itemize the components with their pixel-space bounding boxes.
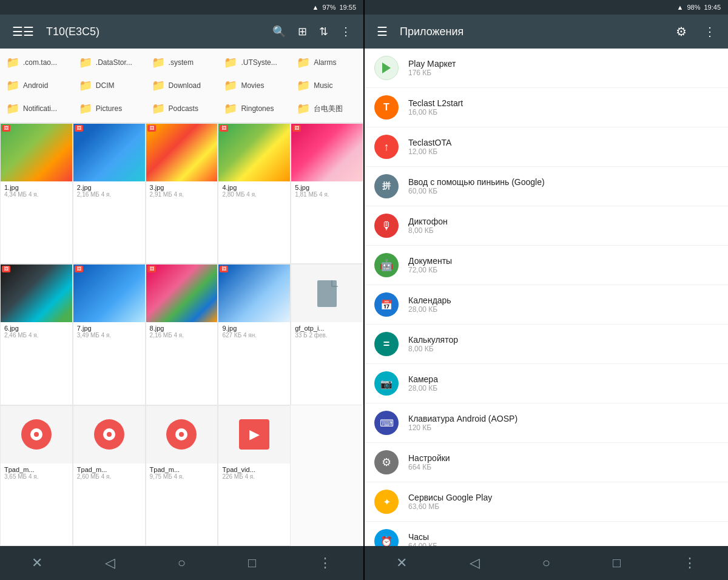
- file-info: 4.jpg 2,80 МБ 4 я.: [218, 181, 290, 263]
- app-item-play-market[interactable]: Play Маркет 176 КБ: [365, 49, 728, 88]
- file-name: Tpad_m...: [77, 466, 141, 473]
- app-item-settings[interactable]: ⚙ Настройки 664 КБ: [365, 443, 728, 482]
- folder-item[interactable]: 📁 .UTSyste...: [218, 51, 291, 74]
- file-item-5[interactable]: 🖼 5.jpg 1,81 МБ 4 я.: [291, 123, 363, 264]
- folder-item[interactable]: 📁 .DataStor...: [73, 51, 146, 74]
- file-meta: 2,16 МБ 4 я.: [150, 332, 214, 339]
- right-menu-icon[interactable]: ☰: [372, 19, 393, 44]
- left-nav-recents[interactable]: □: [238, 550, 266, 576]
- app-item-google-play-services[interactable]: ✦ Сервисы Google Play 63,60 МБ: [365, 482, 728, 522]
- file-item-1[interactable]: 🖼 1.jpg 4,34 МБ 4 я.: [0, 123, 73, 264]
- folder-item[interactable]: 📁 Podcasts: [146, 97, 218, 120]
- folder-icon: 📁: [6, 102, 19, 115]
- folder-icon: 📁: [6, 56, 19, 69]
- app-name: Диктофон: [408, 217, 718, 226]
- folder-icon: 📁: [79, 56, 92, 69]
- file-thumbnail: 🖼: [218, 124, 290, 181]
- left-nav-menu[interactable]: ✕: [22, 550, 52, 576]
- app-name: Ввод с помощью пиньинь (Google): [408, 177, 718, 187]
- app-info: Документы 72,00 КБ: [408, 256, 718, 274]
- app-name: Play Маркет: [408, 59, 718, 69]
- app-item-keyboard[interactable]: ⌨ Клавиатура Android (AOSP) 120 КБ: [365, 403, 728, 443]
- folder-icon: 📁: [297, 56, 310, 69]
- app-name: Teclast L2start: [408, 98, 718, 108]
- right-nav-back[interactable]: ◁: [460, 550, 490, 576]
- file-name: 5.jpg: [295, 184, 359, 191]
- file-item-4[interactable]: 🖼 4.jpg 2,80 МБ 4 я.: [218, 123, 291, 264]
- right-nav-more[interactable]: ⋮: [673, 550, 706, 576]
- menu-icon[interactable]: ☰: [7, 19, 39, 44]
- file-item-2[interactable]: 🖼 2.jpg 2,16 МБ 4 я.: [73, 123, 146, 264]
- folder-name: .system: [169, 58, 194, 67]
- app-info: Play Маркет 176 КБ: [408, 59, 718, 77]
- right-more-icon[interactable]: ⋮: [699, 19, 721, 44]
- app-item-l2start[interactable]: T Teclast L2start 16,00 КБ: [365, 88, 728, 127]
- folder-icon: 📁: [79, 102, 92, 115]
- file-thumbnail: 🖼: [291, 124, 363, 181]
- app-name: Сервисы Google Play: [408, 493, 718, 502]
- app-item-dictophone[interactable]: 🎙 Диктофон 8,00 КБ: [365, 206, 728, 246]
- app-name: Камера: [408, 374, 718, 384]
- app-item-calculator[interactable]: = Калькулятор 8,00 КБ: [365, 325, 728, 364]
- folder-icon: 📁: [79, 79, 92, 92]
- right-nav-home[interactable]: ○: [533, 550, 560, 576]
- file-meta: 2,46 МБ 4 я.: [4, 332, 69, 339]
- file-info: 8.jpg 2,16 МБ 4 я.: [146, 322, 218, 404]
- folder-item[interactable]: 📁 Download: [146, 74, 218, 97]
- right-nav-recents[interactable]: □: [603, 550, 630, 576]
- left-nav-more[interactable]: ⋮: [309, 550, 342, 576]
- app-item-documents[interactable]: 🤖 Документы 72,00 КБ: [365, 246, 728, 285]
- folder-item[interactable]: 📁 Pictures: [73, 97, 146, 120]
- left-nav-back[interactable]: ◁: [95, 550, 125, 576]
- file-meta: 2,60 МБ 4 я.: [77, 473, 141, 480]
- audio-icon-inner: [103, 428, 115, 440]
- folder-name: .DataStor...: [96, 58, 132, 67]
- right-gear-icon[interactable]: ⚙: [671, 19, 692, 44]
- app-size: 28,00 КБ: [408, 384, 718, 393]
- folder-name: 台电美图: [314, 104, 343, 114]
- folder-name: DCIM: [96, 81, 115, 90]
- file-item-video[interactable]: ▶ Tpad_vid... 226 МБ 4 я.: [218, 405, 291, 546]
- left-nav-home[interactable]: ○: [168, 550, 195, 576]
- app-item-pinyin[interactable]: 拼 Ввод с помощью пиньинь (Google) 60,00 …: [365, 167, 728, 206]
- folder-item[interactable]: 📁 Music: [291, 74, 363, 97]
- folder-item[interactable]: 📁 Alarms: [291, 51, 363, 74]
- file-name: Tpad_m...: [150, 466, 214, 473]
- app-item-teclastota[interactable]: ↑ TeclastOTA 12,00 КБ: [365, 127, 728, 167]
- search-icon[interactable]: 🔍: [268, 20, 291, 43]
- file-thumbnail-placeholder: [146, 406, 218, 464]
- sort-icon[interactable]: ⇅: [314, 20, 333, 43]
- app-item-camera[interactable]: 📷 Камера 28,00 КБ: [365, 364, 728, 403]
- left-panel: ▲ 97% 19:55 ☰ T10(E3C5) 🔍 ⊞ ⇅ ⋮ 📁 .com.t…: [0, 0, 363, 580]
- video-icon: ▶: [239, 419, 269, 450]
- folder-item[interactable]: 📁 .com.tao...: [0, 51, 73, 74]
- right-nav-menu[interactable]: ✕: [386, 550, 417, 576]
- folder-item[interactable]: 📁 Ringtones: [218, 97, 291, 120]
- more-icon[interactable]: ⋮: [335, 20, 356, 43]
- file-item-audio2[interactable]: Tpad_m... 2,60 МБ 4 я.: [73, 405, 146, 546]
- app-item-calendar[interactable]: 📅 Календарь 28,00 КБ: [365, 285, 728, 325]
- app-item-clock[interactable]: ⏰ Часы 64,00 КБ: [365, 522, 728, 546]
- file-item-7[interactable]: 🖼 7.jpg 3,49 МБ 4 я.: [73, 264, 146, 405]
- app-size: 16,00 КБ: [408, 108, 718, 116]
- file-item-6[interactable]: 🖼 6.jpg 2,46 МБ 4 я.: [0, 264, 73, 405]
- app-size: 8,00 КБ: [408, 345, 718, 353]
- app-size: 8,00 КБ: [408, 226, 718, 235]
- right-panel: ▲ 98% 19:45 ☰ Приложения ⚙ ⋮ Play Маркет…: [365, 0, 728, 580]
- folder-item[interactable]: 📁 Movies: [218, 74, 291, 97]
- folder-item[interactable]: 📁 Android: [0, 74, 73, 97]
- file-item-3[interactable]: 🖼 3.jpg 2,91 МБ 4 я.: [146, 123, 218, 264]
- folder-icon: 📁: [152, 56, 165, 69]
- folder-item[interactable]: 📁 .system: [146, 51, 218, 74]
- file-item-doc[interactable]: gf_otp_i... 33 Б 2 фев.: [291, 264, 363, 405]
- folder-item[interactable]: 📁 台电美图: [291, 97, 363, 120]
- file-item-8[interactable]: 🖼 8.jpg 2,16 МБ 4 я.: [146, 264, 218, 405]
- folder-icon: 📁: [224, 56, 237, 69]
- svg-marker-1: [382, 62, 391, 73]
- folder-item[interactable]: 📁 DCIM: [73, 74, 146, 97]
- file-item-audio1[interactable]: Tpad_m... 3,65 МБ 4 я.: [0, 405, 73, 546]
- folder-item[interactable]: 📁 Notificati...: [0, 97, 73, 120]
- file-item-9[interactable]: 🖼 9.jpg 627 КБ 4 ян.: [218, 264, 291, 405]
- grid-icon[interactable]: ⊞: [293, 20, 312, 43]
- file-item-audio3[interactable]: Tpad_m... 9,75 МБ 4 я.: [146, 405, 218, 546]
